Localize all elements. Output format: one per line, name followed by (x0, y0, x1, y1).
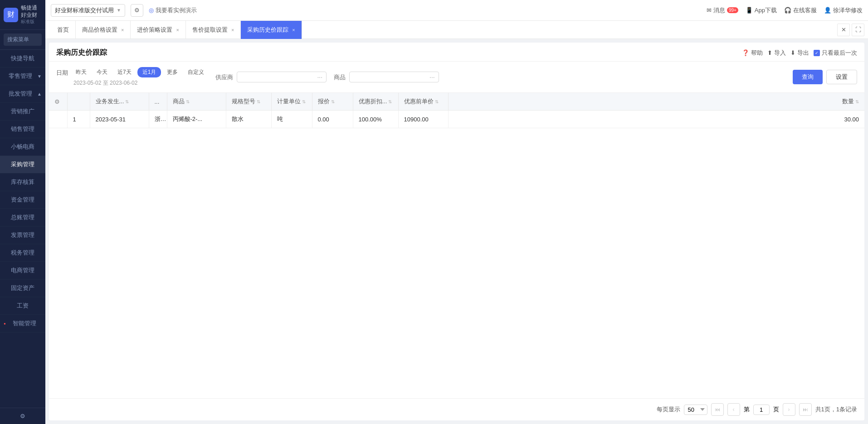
demo-button[interactable]: ◎ 我要看实例演示 (149, 6, 197, 14)
date-btn-more[interactable]: 更多 (163, 67, 182, 77)
goods-input[interactable] (353, 74, 429, 81)
th-price[interactable]: 报价 ⇅ (312, 93, 353, 111)
date-options: 昨天 今天 近7天 近1月 更多 自定义 2023-05-02 至 2023-0… (72, 67, 208, 87)
date-btn-1month[interactable]: 近1月 (137, 67, 161, 77)
logo-text: 畅捷通好业财 标准版 (21, 5, 42, 25)
import-button[interactable]: ⬆ 导入 (767, 49, 786, 57)
sidebar-item-税务管理[interactable]: 税务管理 (0, 244, 45, 262)
help-button[interactable]: ❓ 帮助 (742, 49, 763, 57)
import-icon: ⬆ (767, 49, 772, 56)
filter-row: 日期 昨天 今天 近7天 近1月 更多 自定义 2023-05-02 至 202… (56, 67, 857, 87)
cell-supplier: 浙江... (149, 111, 167, 128)
message-button[interactable]: ✉ 消息 99+ (707, 6, 738, 14)
main-content: 好业财标准版交付试用 ▼ ⚙ ◎ 我要看实例演示 ✉ 消息 99+ 📱 App下… (45, 0, 868, 424)
sidebar-item-销售管理[interactable]: 销售管理 (0, 120, 45, 138)
tab-close-icon[interactable]: × (231, 27, 234, 33)
sidebar-footer-gear[interactable]: ⚙ (0, 408, 45, 424)
tab-maximize-button[interactable]: ⛶ (852, 24, 864, 36)
sidebar-item-智能管理[interactable]: 智能管理 (0, 315, 45, 332)
th-unit[interactable]: 计量单位 ⇅ (271, 93, 312, 111)
version-selector[interactable]: 好业财标准版交付试用 ▼ (51, 4, 125, 17)
sidebar-item-工资[interactable]: 工资 (0, 297, 45, 315)
date-filter-label: 日期 (56, 67, 68, 77)
last-page-button[interactable]: ⏭ (799, 403, 812, 416)
th-goods[interactable]: 商品 ⇅ (167, 93, 226, 111)
sort-icon-unit: ⇅ (302, 99, 306, 104)
chevron-icon: ▼ (37, 74, 42, 79)
settings-gear-button[interactable]: ⚙ (131, 4, 143, 17)
sidebar: 财 畅捷通好业财 标准版 搜索菜单 快捷导航 零售管理▼批发管理▲营销推广销售管… (0, 0, 45, 424)
date-btn-today[interactable]: 今天 (93, 67, 112, 77)
supplier-more-icon[interactable]: ··· (317, 73, 322, 81)
chevron-icon: ▲ (37, 92, 42, 96)
tab-采购历史价跟踪[interactable]: 采购历史价跟踪× (241, 21, 302, 39)
only-latest-checkbox-label[interactable]: ✓ 只看最后一次 (814, 49, 857, 57)
table-wrap: ⚙ 业务发生... ⇅ ... (49, 93, 864, 398)
sort-icon-qty: ⇅ (855, 99, 859, 104)
search-menu-button[interactable]: 搜索菜单 (4, 34, 42, 46)
mobile-icon: 📱 (746, 7, 753, 14)
tabbar: 首页商品价格设置×进价策略设置×售价提取设置×采购历史价跟踪× ✕ ⛶ (45, 21, 868, 39)
app-download-button[interactable]: 📱 App下载 (746, 6, 777, 14)
date-btn-custom[interactable]: 自定义 (184, 67, 208, 77)
tab-首页[interactable]: 首页 (51, 21, 76, 39)
next-page-button[interactable]: › (783, 403, 795, 416)
page-header: 采购历史价跟踪 ❓ 帮助 ⬆ 导入 ⬇ 导出 ✓ 只看最后一次 (49, 43, 864, 62)
th-qty[interactable]: 数量 ⇅ (448, 93, 864, 111)
goods-more-icon[interactable]: ··· (429, 73, 435, 81)
sidebar-item-营销推广[interactable]: 营销推广 (0, 103, 45, 120)
export-button[interactable]: ⬇ 导出 (790, 49, 809, 57)
sidebar-item-采购管理[interactable]: 采购管理 (0, 156, 45, 173)
cell-unit: 吨 (271, 111, 312, 128)
th-date[interactable]: 业务发生... ⇅ (90, 93, 149, 111)
sidebar-item-电商管理[interactable]: 电商管理 (0, 262, 45, 279)
goods-filter: 商品 ··· (334, 72, 439, 82)
user-menu-button[interactable]: 👤 徐泽华修改 (824, 6, 863, 14)
tab-close-icon[interactable]: × (176, 27, 179, 33)
sidebar-item-资金管理[interactable]: 资金管理 (0, 191, 45, 209)
prev-page-button[interactable]: ‹ (727, 403, 740, 416)
settings-button[interactable]: 设置 (826, 70, 857, 84)
table-header-row: ⚙ 业务发生... ⇅ ... (49, 93, 864, 111)
tab-进价策略设置[interactable]: 进价策略设置× (131, 21, 185, 39)
th-gear: ⚙ (49, 93, 67, 111)
sidebar-item-总账管理[interactable]: 总账管理 (0, 209, 45, 226)
date-btn-7days[interactable]: 近7天 (113, 67, 136, 77)
tab-label: 进价策略设置 (137, 26, 172, 34)
sidebar-item-批发管理[interactable]: 批发管理▲ (0, 85, 45, 103)
page-label: 页 (773, 405, 779, 414)
sidebar-item-零售管理[interactable]: 零售管理▼ (0, 67, 45, 85)
sidebar-item-库存核算[interactable]: 库存核算 (0, 173, 45, 191)
th-index (67, 93, 90, 111)
tab-close-icon[interactable]: × (121, 27, 124, 33)
date-btn-yesterday[interactable]: 昨天 (72, 67, 91, 77)
data-table: ⚙ 业务发生... ⇅ ... (49, 93, 864, 128)
page-size-select[interactable]: 50 100 200 (684, 405, 707, 415)
message-icon: ✉ (707, 7, 712, 14)
tab-close-button[interactable]: ✕ (837, 24, 850, 36)
tab-close-icon[interactable]: × (292, 27, 295, 33)
sort-icon-discount: ⇅ (388, 99, 392, 104)
th-spec[interactable]: 规格型号 ⇅ (226, 93, 271, 111)
sidebar-item-小畅电商[interactable]: 小畅电商 (0, 138, 45, 156)
page-number-input[interactable] (753, 405, 770, 415)
supplier-input[interactable] (241, 74, 317, 81)
th-discount[interactable]: 优惠折扣... ⇅ (353, 93, 398, 111)
sidebar-item-quick-nav[interactable]: 快捷导航 (0, 50, 45, 67)
tab-商品价格设置[interactable]: 商品价格设置× (76, 21, 131, 39)
user-icon: 👤 (824, 7, 831, 14)
th-before-price[interactable]: 优惠前单价 ⇅ (398, 93, 448, 111)
page-size-label: 每页显示 (657, 405, 680, 414)
topbar: 好业财标准版交付试用 ▼ ⚙ ◎ 我要看实例演示 ✉ 消息 99+ 📱 App下… (45, 0, 868, 21)
checkbox-checked-icon: ✓ (814, 50, 820, 56)
sort-icon-spec: ⇅ (257, 99, 260, 104)
first-page-button[interactable]: ⏮ (711, 403, 724, 416)
sidebar-item-发票管理[interactable]: 发票管理 (0, 226, 45, 244)
sidebar-item-固定资产[interactable]: 固定资产 (0, 279, 45, 297)
query-button[interactable]: 查询 (793, 70, 823, 84)
logo-icon: 财 (4, 8, 18, 22)
column-settings-icon[interactable]: ⚙ (54, 98, 60, 105)
page-label-prefix: 第 (744, 405, 750, 414)
tab-售价提取设置[interactable]: 售价提取设置× (186, 21, 241, 39)
online-service-button[interactable]: 🎧 在线客服 (784, 6, 817, 14)
